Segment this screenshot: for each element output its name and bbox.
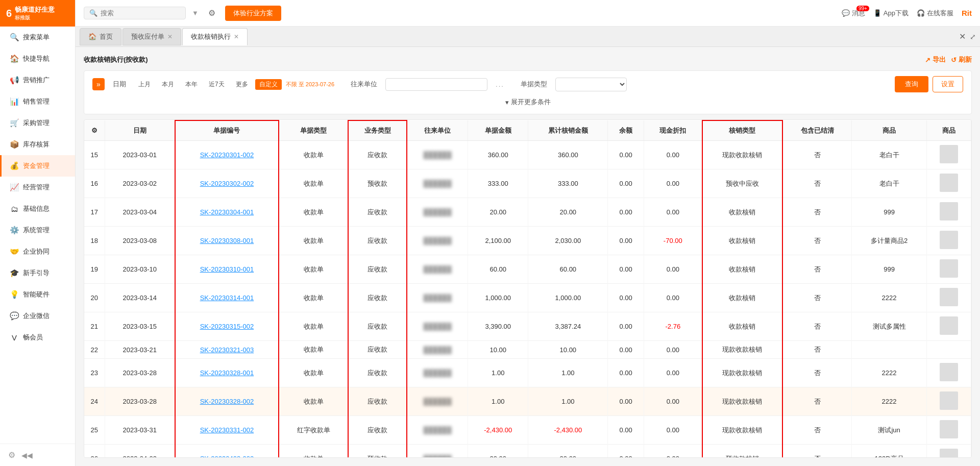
tabs-expand-icon[interactable]: ⤢ xyxy=(970,33,976,41)
cell-date: 2023-03-02 xyxy=(105,169,175,198)
export-button[interactable]: ↗ 导出 xyxy=(925,55,946,64)
docnum-link[interactable]: SK-20230321-003 xyxy=(200,346,254,354)
refresh-button[interactable]: ↺ 刷新 xyxy=(951,55,972,64)
tab-prepay-close-icon[interactable]: ✕ xyxy=(167,33,173,40)
sidebar-item-base[interactable]: 🗂基础信息 xyxy=(0,198,75,219)
sidebar-label-system: 系统管理 xyxy=(23,226,50,235)
main-area: 🔍 ▼ ⚙ 体验行业方案 💬 消息 99+ 📱 App下载 🎧 在线客服 Rit xyxy=(76,0,980,466)
docnum-link[interactable]: SK-20230314-001 xyxy=(200,294,254,302)
date-more-button[interactable]: 更多 xyxy=(232,79,252,90)
topbar-chevron-icon[interactable]: ▼ xyxy=(192,9,199,17)
sidebar-label-finance: 资金管理 xyxy=(23,161,50,170)
sidebar-icon-shortcut: 🏠 xyxy=(10,54,19,63)
sidebar-icon-sales: 📊 xyxy=(10,97,19,106)
customer-service-button[interactable]: 🎧 在线客服 xyxy=(917,9,953,18)
docnum-link[interactable]: SK-20230331-002 xyxy=(200,426,254,434)
date-7days-button[interactable]: 近7天 xyxy=(205,79,229,90)
cell-balance: 0.00 xyxy=(608,359,644,387)
date-this-month-button[interactable]: 本月 xyxy=(158,79,178,90)
sidebar-collapse-icon[interactable]: ◀◀ xyxy=(21,451,33,459)
docnum-link[interactable]: SK-20230302-002 xyxy=(200,180,254,187)
topbar-gear-icon[interactable]: ⚙ xyxy=(205,6,219,20)
page-title-actions: ↗ 导出 ↺ 刷新 xyxy=(925,55,972,64)
cell-goods: 999 xyxy=(852,255,927,284)
date-filter-label: 日期 xyxy=(113,80,126,89)
partner-filter-input[interactable] xyxy=(385,78,487,91)
app-download-button[interactable]: 📱 App下载 xyxy=(873,9,909,18)
topbar-search-box[interactable]: 🔍 xyxy=(84,7,186,19)
date-last-month-button[interactable]: 上月 xyxy=(134,79,155,90)
sidebar-item-operations[interactable]: 📈经营管理 xyxy=(0,177,75,198)
sidebar-item-inventory[interactable]: 📦库存核算 xyxy=(0,134,75,155)
cell-include-settled: 否 xyxy=(782,312,852,341)
sidebar-item-wechat[interactable]: 💬企业微信 xyxy=(0,305,75,327)
cell-cash-discount: 0.00 xyxy=(644,169,702,198)
sidebar-item-purchase[interactable]: 🛒采购管理 xyxy=(0,112,75,134)
docnum-link[interactable]: SK-20230310-001 xyxy=(200,265,254,273)
filter-bar: » 日期 上月 本月 本年 近7天 更多 自定义 不限 至 2023-07-26… xyxy=(84,70,972,114)
cell-date: 2023-04-03 xyxy=(105,445,175,458)
cell-writeoff-amount: 360.00 xyxy=(528,141,608,169)
query-button[interactable]: 查询 xyxy=(895,76,928,92)
cell-goods2 xyxy=(926,227,971,255)
sidebar-label-inventory: 库存核算 xyxy=(23,140,50,149)
tab-writeoff[interactable]: 收款核销执行 ✕ xyxy=(182,28,248,45)
sidebar-label-member: 畅会员 xyxy=(23,333,43,342)
cell-doctype: 收款单 xyxy=(279,387,348,416)
filter-toggle-button[interactable]: » xyxy=(92,78,105,90)
docnum-link[interactable]: SK-20230304-001 xyxy=(200,208,254,216)
tab-home[interactable]: 🏠 首页 xyxy=(80,28,121,45)
user-avatar[interactable]: Rit xyxy=(962,9,972,17)
cell-include-settled: 否 xyxy=(782,359,852,387)
partner-value: ██████ xyxy=(424,265,452,273)
sidebar-label-base: 基础信息 xyxy=(23,204,50,213)
cell-amount: 10.00 xyxy=(468,341,528,359)
partner-value: ██████ xyxy=(424,208,452,216)
search-input[interactable] xyxy=(101,9,172,17)
docnum-link[interactable]: SK-20230301-002 xyxy=(200,151,254,159)
cell-partner: ██████ xyxy=(407,445,468,458)
sidebar-item-marketing[interactable]: 📢营销推广 xyxy=(0,69,75,91)
sidebar-item-enterprise[interactable]: 🤝企业协同 xyxy=(0,241,75,262)
cell-biztype: 预收款 xyxy=(348,169,407,198)
cell-balance: 0.00 xyxy=(608,169,644,198)
tabs-close-all-icon[interactable]: ✕ xyxy=(959,32,966,41)
sidebar-item-member[interactable]: V畅会员 xyxy=(0,327,75,348)
cell-cash-discount: 0.00 xyxy=(644,341,702,359)
messages-button[interactable]: 💬 消息 99+ xyxy=(842,9,865,18)
cell-writeoff-amount: 1,000.00 xyxy=(528,284,608,312)
sidebar-item-finance[interactable]: 💰资金管理 xyxy=(0,155,75,177)
docnum-link[interactable]: SK-20230308-001 xyxy=(200,237,254,244)
settings-button[interactable]: 设置 xyxy=(933,76,963,92)
cell-writeoff-type: 现款收款核销 xyxy=(702,359,783,387)
solution-button[interactable]: 体验行业方案 xyxy=(225,6,281,21)
docnum-link[interactable]: SK-20230315-002 xyxy=(200,323,254,330)
docnum-link[interactable]: SK-20230328-002 xyxy=(200,398,254,405)
date-custom-button[interactable]: 自定义 xyxy=(255,79,282,90)
tab-bar: 🏠 首页 预收应付单 ✕ 收款核销执行 ✕ ✕ ⤢ xyxy=(76,27,980,47)
docnum-link[interactable]: SK-20230328-001 xyxy=(200,369,254,377)
cell-idx: 24 xyxy=(84,387,105,416)
sidebar-item-guide[interactable]: 🎓新手引导 xyxy=(0,262,75,284)
tab-writeoff-close-icon[interactable]: ✕ xyxy=(234,33,239,40)
cell-docnum: SK-20230331-002 xyxy=(175,416,279,445)
sidebar-item-sales[interactable]: 📊销售管理 xyxy=(0,91,75,112)
date-this-year-button[interactable]: 本年 xyxy=(181,79,202,90)
expand-more-button[interactable]: ▾ 展开更多条件 xyxy=(503,95,553,109)
doctype-filter-select[interactable] xyxy=(555,78,627,91)
sidebar: 6 畅康道好生意 标推版 🔍搜索菜单🏠快捷导航📢营销推广📊销售管理🛒采购管理📦库… xyxy=(0,0,76,466)
table-row: 20 2023-03-14 SK-20230314-001 收款单 应收款 ██… xyxy=(84,284,971,312)
cell-docnum: SK-20230301-002 xyxy=(175,141,279,169)
cell-goods: 测试jun xyxy=(852,416,927,445)
sidebar-item-hardware[interactable]: 💡智能硬件 xyxy=(0,284,75,305)
cell-biztype: 应收款 xyxy=(348,341,407,359)
tab-prepay[interactable]: 预收应付单 ✕ xyxy=(122,28,181,45)
sidebar-item-shortcut[interactable]: 🏠快捷导航 xyxy=(0,48,75,69)
sidebar-item-system[interactable]: ⚙️系统管理 xyxy=(0,219,75,241)
cell-goods2 xyxy=(926,445,971,458)
docnum-link[interactable]: SK-20230403-002 xyxy=(200,455,254,458)
sidebar-item-search[interactable]: 🔍搜索菜单 xyxy=(0,27,75,48)
cell-docnum: SK-20230328-001 xyxy=(175,359,279,387)
cell-biztype: 应收款 xyxy=(348,359,407,387)
sidebar-settings-icon[interactable]: ⚙ xyxy=(8,450,15,460)
